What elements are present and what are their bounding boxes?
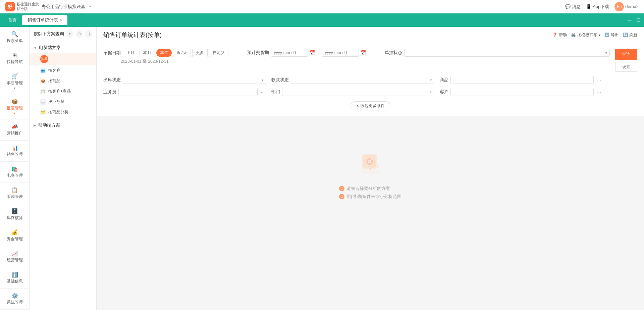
sidebar-item-basic-info[interactable]: ℹ️ 基础信息 <box>0 267 29 289</box>
main-layout: 🔍 搜索菜单 ⊞ 快捷导航 🛒 零售管理 ▼ 📦 批发管理 ▲ 📣 营销推广 📊… <box>0 27 644 310</box>
salesperson-input[interactable] <box>118 88 258 96</box>
empty-state: ① 请先选择要分析的方案 ② 用[过滤]条件来缩小分析范围 <box>97 118 644 228</box>
by-category-icon: 🗂️ <box>40 110 46 115</box>
sidebar-item-search-menu[interactable]: 🔍 搜索菜单 <box>0 27 29 48</box>
message-icon: 💬 <box>565 4 571 9</box>
app-download-icon: 📱 <box>586 4 591 9</box>
date-buttons: 上月 本月 本年 近7天 更多 自定义 <box>123 49 228 57</box>
sidebar-item-purchase[interactable]: 📋 采购管理 <box>0 183 29 204</box>
last-7-days-btn[interactable]: 近7天 <box>173 49 191 57</box>
page-actions: ❓ 帮助 🖨️ 按模板打印 ▾ ⬇️ 导出 🔄 刷新 <box>552 32 637 38</box>
more-date-btn[interactable]: 更多 <box>192 49 208 57</box>
refresh-icon: 🔄 <box>623 33 628 37</box>
customer-label: 客户 <box>440 89 448 95</box>
payment-status-select-wrapper <box>291 76 434 84</box>
collapse-conditions-btn[interactable]: ∧ 收起更多条件 <box>351 101 390 110</box>
help-btn[interactable]: ❓ 帮助 <box>552 32 567 38</box>
tab-home[interactable]: 首页 <box>3 15 22 25</box>
empty-tip-1: ① 请先选择要分析的方案 <box>339 186 401 192</box>
department-select-wrapper <box>282 88 434 96</box>
query-btn[interactable]: 查询 <box>615 49 637 60</box>
tree-item-by-product[interactable]: 📦 按商品 <box>30 76 96 86</box>
by-product-icon: 📦 <box>40 79 46 84</box>
finance-icon: 💰 <box>11 229 18 236</box>
settings-btn[interactable]: 设置 <box>615 62 637 72</box>
desktop-group-arrow-icon: ▼ <box>34 46 37 50</box>
calendar-start-icon: 📅 <box>309 50 315 55</box>
content-area: 按以下方案查询 + ⊙ 《 ▼ 电脑端方案 按单 👥 按客户 <box>30 27 644 310</box>
product-label: 商品 <box>440 77 448 83</box>
add-scheme-btn[interactable]: + <box>66 30 73 38</box>
tree-item-by-category[interactable]: 🗂️ 按商品分类 <box>30 107 96 117</box>
product-input[interactable] <box>450 76 594 84</box>
payment-status-select[interactable] <box>291 76 434 84</box>
by-salesperson-icon: 📊 <box>40 99 46 105</box>
status-label: 单据状态 <box>385 50 402 56</box>
sidebar-item-inventory[interactable]: 🗄️ 库存核算 <box>0 204 29 225</box>
customer-input[interactable] <box>450 88 594 96</box>
sidebar-item-operations[interactable]: 📈 经营管理 <box>0 246 29 267</box>
app-download-btn[interactable]: 📱 App下载 <box>586 4 609 10</box>
basic-info-icon: ℹ️ <box>11 271 18 278</box>
this-year-btn[interactable]: 本年 <box>156 49 172 57</box>
refresh-btn[interactable]: 🔄 刷新 <box>623 32 637 38</box>
ecommerce-icon: 🛍️ <box>11 166 18 172</box>
ship-status-select[interactable] <box>123 76 266 84</box>
tree-item-by-customer-product[interactable]: 📋 按客户+商品 <box>30 86 96 97</box>
collapse-icon: ∧ <box>356 104 359 108</box>
status-select[interactable] <box>404 49 610 57</box>
date-range-start: 2023-01-01 <box>121 59 141 64</box>
print-dropdown-icon: ▾ <box>599 33 600 37</box>
empty-tips: ① 请先选择要分析的方案 ② 用[过滤]条件来缩小分析范围 <box>339 186 401 202</box>
avatar: Ea <box>614 2 624 11</box>
tree-item-by-customer[interactable]: 👥 按客户 <box>30 65 96 76</box>
tip-num-2: ② <box>339 194 344 199</box>
export-btn[interactable]: ⬇️ 导出 <box>604 32 619 38</box>
tree-item-by-order[interactable]: 按单 <box>30 53 96 65</box>
top-bar-right: 💬 消息 📱 App下载 Ea demo2 <box>565 2 639 11</box>
tree-group-mobile-label[interactable]: ▶ 移动端方案 <box>30 120 96 130</box>
settings-scheme-btn[interactable]: ⊙ <box>75 30 83 38</box>
sidebar-item-ecommerce[interactable]: 🛍️ 电商管理 <box>0 162 29 183</box>
sidebar-item-retail[interactable]: 🛒 零售管理 ▼ <box>0 69 29 94</box>
panel-toolbar: + ⊙ 《 <box>66 30 92 38</box>
payment-status-label: 收款状态 <box>271 77 289 83</box>
print-btn[interactable]: 🖨️ 按模板打印 ▾ <box>571 32 600 38</box>
sidebar-item-quick-nav[interactable]: ⊞ 快捷导航 <box>0 48 29 69</box>
sidebar-item-wholesale[interactable]: 📦 批发管理 ▲ <box>0 94 29 119</box>
collapse-panel-btn[interactable]: 《 <box>85 30 92 38</box>
user-menu[interactable]: Ea demo2 <box>614 2 639 11</box>
tree-item-by-salesperson[interactable]: 📊 按业务员 <box>30 97 96 107</box>
calendar-end-icon: 📅 <box>360 50 366 55</box>
custom-date-btn[interactable]: 自定义 <box>209 49 228 57</box>
this-month-btn[interactable]: 本月 <box>140 49 155 57</box>
retail-icon: 🛒 <box>11 73 18 80</box>
app-dropdown-arrow[interactable]: ▾ <box>89 5 91 8</box>
empty-tip-2: ② 用[过滤]条件来缩小分析范围 <box>339 194 401 200</box>
department-select[interactable] <box>282 88 434 96</box>
expected-date-end-input[interactable] <box>322 49 359 57</box>
marketing-icon: 📣 <box>11 123 18 130</box>
quick-nav-icon: ⊞ <box>12 52 17 58</box>
customer-ellipsis-btn[interactable]: ··· <box>596 89 602 95</box>
sidebar-item-marketing[interactable]: 📣 营销推广 <box>0 119 29 141</box>
product-ellipsis-btn[interactable]: ··· <box>596 77 602 83</box>
system-icon: ⚙️ <box>11 293 18 299</box>
tab-maximize-btn[interactable]: □ <box>635 16 641 24</box>
sidebar-item-sales[interactable]: 📊 销售管理 <box>0 141 29 162</box>
tab-minimize-btn[interactable]: ─ <box>626 16 633 24</box>
top-bar: 好 畅捷通好生意 标准版 办公用品行业模拟账套 ▾ 💬 消息 📱 App下载 E… <box>0 0 644 13</box>
tree-group-desktop-label[interactable]: ▼ 电脑端方案 <box>30 43 96 53</box>
status-select-wrapper <box>404 49 610 57</box>
salesperson-ellipsis-btn[interactable]: ··· <box>260 89 266 95</box>
tab-close-icon[interactable]: × <box>60 18 62 22</box>
message-btn[interactable]: 💬 消息 <box>565 4 581 10</box>
expected-date-start-input[interactable] <box>271 49 308 57</box>
last-month-btn[interactable]: 上月 <box>123 49 138 57</box>
sidebar-item-system[interactable]: ⚙️ 系统管理 <box>0 289 29 310</box>
help-icon: ❓ <box>552 33 557 37</box>
svg-point-0 <box>361 170 380 174</box>
tab-active[interactable]: 销售订单统计表 × <box>22 15 67 25</box>
filter-area: 单据日期 上月 本月 本年 近7天 更多 自定义 2023-01-0 <box>97 43 644 116</box>
sidebar-item-finance[interactable]: 💰 资金管理 <box>0 225 29 246</box>
